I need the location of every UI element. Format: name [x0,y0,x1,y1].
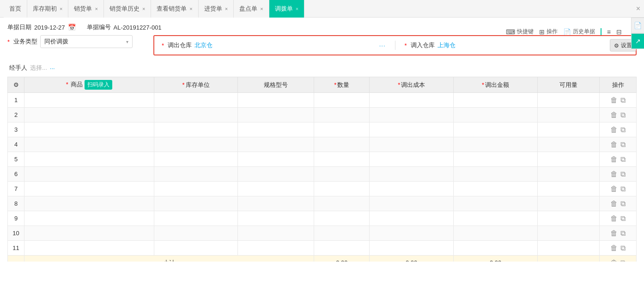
delete-row-icon[interactable]: 🗑 [610,111,618,119]
close-tab-inventory-init[interactable]: × [60,6,62,12]
toolbar-divider [601,28,601,36]
table-wrapper: ⚙ 商品 扫码录入 库存单位 规格型号 数量 调出成本 调出金额 可用量 操作 [7,77,637,262]
business-warehouse-row: * 业务类型 同价调拨 ▾ * 调出仓库 北京仓 ··· * 调入仓库 上海仓 [7,35,637,60]
warehouse-out-field: * 调出仓库 北京仓 [162,41,370,49]
handler-field: 经手人 选择... ··· [9,64,55,72]
table-row: 9 🗑⧉ [8,211,637,226]
copy-row-icon[interactable]: ⧉ [620,170,626,178]
delete-row-icon[interactable]: 🗑 [610,126,618,134]
right-panel-doc-btn[interactable]: 📄 [631,18,644,33]
close-tab-sales-order[interactable]: × [95,6,97,12]
dropdown-arrow-icon: ▾ [126,39,128,44]
docno-value: AL-20191227-001 [114,24,162,31]
copy-row-icon[interactable]: ⧉ [620,214,626,223]
required-star-warehouse-in: * [405,42,407,49]
tab-inventory-init[interactable]: 库存期初 × [27,0,68,18]
copy-row-icon[interactable]: ⧉ [620,140,626,149]
warehouse-in-label: 调入仓库 [411,41,435,49]
warehouse-section: * 调出仓库 北京仓 ··· * 调入仓库 上海仓 ··· ⚙ 设置 [153,35,637,55]
tab-purchase[interactable]: 进货单 × [199,0,234,18]
table-row: 5 🗑⧉ [8,152,637,167]
table-row: 8 🗑⧉ [8,196,637,211]
gear-settings-icon: ⚙ [614,42,619,49]
right-panel-export-btn[interactable]: ↗ [631,33,644,49]
tab-sales-history[interactable]: 销货单历史 × [104,0,151,18]
toolbar-operation[interactable]: ⊞ 操作 [539,28,558,36]
warehouse-divider [395,41,395,50]
delete-row-icon[interactable]: 🗑 [610,214,618,223]
delete-row-icon[interactable]: 🗑 [610,170,618,178]
delete-row-icon[interactable]: 🗑 [610,244,618,252]
warehouse-in-value[interactable]: 上海仓 [437,41,456,49]
copy-row-icon[interactable]: ⧉ [620,111,626,119]
docno-field: 单据编号 AL-20191227-001 [87,23,162,31]
close-all-tabs[interactable]: × [636,5,640,13]
tab-view-sales[interactable]: 查看销货单 × [151,0,198,18]
handler-label: 经手人 [9,64,27,72]
tab-stock-count[interactable]: 盘点单 × [234,0,269,18]
close-tab-transfer[interactable]: × [296,6,298,12]
required-star-business: * [7,38,10,45]
copy-row-icon[interactable]: ⧉ [620,200,626,208]
warehouse-out-more[interactable]: ··· [379,42,386,49]
delete-row-icon[interactable]: 🗑 [610,185,618,193]
close-tab-stock-count[interactable]: × [260,6,263,12]
warehouse-out-value[interactable]: 北京仓 [194,41,213,49]
subtotal-qty: 0.00 [314,256,370,262]
right-panel: 📄 ↗ [631,18,644,49]
table-row: 6 🗑⧉ [8,167,637,182]
business-type-select[interactable]: 同价调拨 ▾ [40,35,133,48]
delete-row-icon[interactable]: 🗑 [610,140,618,149]
th-operation: 操作 [600,77,637,93]
delete-row-icon[interactable]: 🗑 [610,229,618,238]
table-row: 7 🗑⧉ [8,182,637,196]
delete-subtotal-icon[interactable]: 🗑 [610,259,618,262]
copy-row-icon[interactable]: ⧉ [620,244,626,252]
required-star-warehouse-out: * [162,42,164,49]
th-unit: 库存单位 [154,77,238,93]
tab-bar: 首页 库存期初 × 销货单 × 销货单历史 × 查看销货单 × 进货单 × 盘点… [0,0,644,18]
business-type-label: 业务类型 [13,37,37,46]
docno-label: 单据编号 [87,23,111,31]
row-cost[interactable] [370,93,454,108]
tab-transfer[interactable]: 调拨单 × [269,0,304,18]
copy-subtotal-icon[interactable]: ⧉ [620,259,626,262]
delete-row-icon[interactable]: 🗑 [610,200,618,208]
row-product[interactable] [24,93,154,108]
close-tab-view-sales[interactable]: × [189,6,192,12]
date-label: 单据日期 [7,23,31,31]
scan-button[interactable]: 扫码录入 [85,80,112,90]
date-value[interactable]: 2019-12-27 [34,24,65,31]
row-amount[interactable] [454,93,538,108]
toolbar-shortcut[interactable]: ⌨ 快捷键 [506,28,534,36]
close-tab-sales-history[interactable]: × [142,6,145,12]
row-spec [238,93,314,108]
handler-more[interactable]: ··· [50,65,55,72]
row-qty[interactable] [314,93,370,108]
tab-home[interactable]: 首页 [4,0,27,18]
toolbar-list-view[interactable]: ≡ [607,28,611,36]
copy-row-icon[interactable]: ⧉ [620,96,626,104]
th-qty: 数量 [314,77,370,93]
table-row: 4 🗑⧉ [8,137,637,152]
th-spec: 规格型号 [238,77,314,93]
th-settings[interactable]: ⚙ [8,77,24,93]
table-view-icon: ⊟ [616,28,622,36]
handler-select[interactable]: 选择... [30,64,47,72]
toolbar-table-view[interactable]: ⊟ [616,28,622,36]
copy-row-icon[interactable]: ⧉ [620,185,626,193]
business-type-field: * 业务类型 同价调拨 ▾ [7,35,146,48]
copy-row-icon[interactable]: ⧉ [620,155,626,164]
tab-sales-order[interactable]: 销货单 × [68,0,103,18]
copy-row-icon[interactable]: ⧉ [620,126,626,134]
delete-row-icon[interactable]: 🗑 [610,96,618,104]
calendar-icon[interactable]: 📅 [68,24,76,31]
delete-row-icon[interactable]: 🗑 [610,155,618,164]
th-available: 可用量 [538,77,600,93]
table-row: 2 🗑⧉ [8,108,637,122]
row-num: 1 [8,93,24,108]
copy-row-icon[interactable]: ⧉ [620,229,626,238]
close-tab-purchase[interactable]: × [225,6,228,12]
th-product: 商品 扫码录入 [24,77,154,93]
toolbar-history[interactable]: 📄 历史单据 [563,28,595,36]
